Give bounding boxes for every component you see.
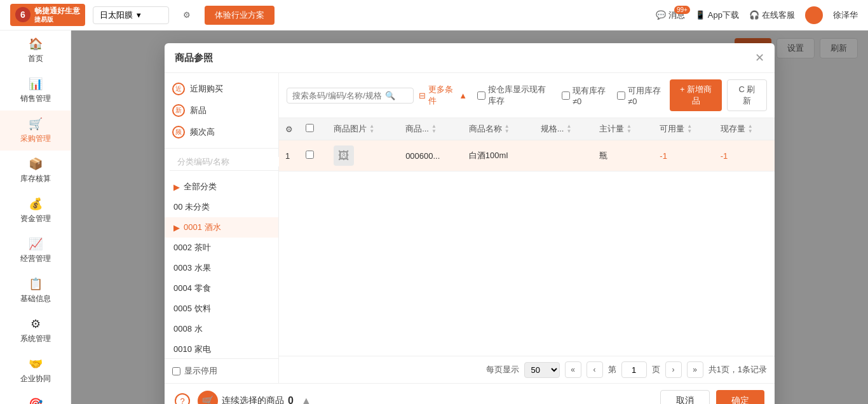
td-name: 白酒100ml <box>463 140 534 172</box>
more-filter-button[interactable]: ⊟ 更多条件 ▲ <box>419 84 467 107</box>
sidebar-label-system: 系统管理 <box>20 333 51 344</box>
cat-item-snack[interactable]: 0004 零食 <box>165 278 278 299</box>
check-stock-not-zero[interactable]: 现有库存≠0 <box>562 85 609 106</box>
footer-buttons: 取消 确定 <box>660 390 764 404</box>
filter-checkboxes: 按仓库显示现有库存 现有库存≠0 可用库存≠0 <box>477 84 665 107</box>
quick-btn-recent[interactable]: 近 近期购买 <box>165 78 278 100</box>
confirm-button[interactable]: 确定 <box>716 390 764 404</box>
trial-button[interactable]: 体验行业方案 <box>205 6 275 25</box>
help-button[interactable]: ? <box>175 393 190 404</box>
quick-label-recent: 近期购买 <box>190 83 223 95</box>
sort-stock[interactable]: 现存量 ▲▼ <box>721 123 768 135</box>
message-icon: 💬 <box>656 10 666 20</box>
gear-button[interactable]: ⚙ <box>177 5 197 25</box>
quick-btn-new[interactable]: 新 新品 <box>165 100 278 121</box>
td-image: 🖼 <box>327 140 399 172</box>
messages-button[interactable]: 💬 消息 99+ <box>656 10 685 21</box>
topbar: 6 畅捷通好生意 捷易版 日太阳膜 ▾ ⚙ 体验行业方案 💬 消息 99+ 📱 … <box>0 0 868 30</box>
more-filter-label: 更多条件 <box>428 84 456 107</box>
sidebar-item-system[interactable]: ⚙ 系统管理 <box>0 311 71 351</box>
sort-arrows-stock: ▲▼ <box>748 124 753 134</box>
cart-area: 🛒 连续选择的商品 0 <box>198 391 294 404</box>
cancel-button[interactable]: 取消 <box>660 390 710 404</box>
sidebar-label-basic-info: 基础信息 <box>20 293 51 304</box>
cat-item-unclassified[interactable]: 00 未分类 <box>165 197 278 217</box>
check-usable-not-zero-input[interactable] <box>617 91 625 100</box>
sidebar-item-finance[interactable]: 💰 资金管理 <box>0 191 71 231</box>
sort-unit[interactable]: 主计量 ▲▼ <box>599 123 647 135</box>
table-header-row: ⚙ 商品图片 ▲▼ <box>279 118 775 140</box>
sidebar-item-corp[interactable]: 🤝 企业协同 <box>0 351 71 391</box>
product-search-input[interactable] <box>292 91 381 100</box>
sort-code[interactable]: 商品... ▲▼ <box>405 123 456 135</box>
sidebar-item-operations[interactable]: 📈 经营管理 <box>0 231 71 271</box>
show-disabled-checkbox[interactable]: 显示停用 <box>165 358 278 383</box>
check-by-warehouse[interactable]: 按仓库显示现有库存 <box>477 84 554 107</box>
online-service-button[interactable]: 🎧 在线客服 <box>749 10 795 21</box>
table-row[interactable]: 1 🖼 000600... 白酒100ml <box>279 140 775 172</box>
next-page-button[interactable]: › <box>665 361 682 378</box>
th-checkbox <box>299 118 327 140</box>
th-name: 商品名称 ▲▼ <box>463 118 534 140</box>
last-page-button[interactable]: » <box>687 361 703 378</box>
sort-spec[interactable]: 规格... ▲▼ <box>541 123 587 135</box>
quick-btn-frequent[interactable]: 频 频次高 <box>165 121 278 143</box>
app-download-label: App下载 <box>708 10 739 21</box>
check-usable-not-zero[interactable]: 可用库存≠0 <box>617 85 665 106</box>
footer-collapse-button[interactable]: ▲ <box>301 395 311 404</box>
phone-icon: 📱 <box>695 10 705 20</box>
frequent-icon: 频 <box>172 126 185 138</box>
refresh-product-button[interactable]: C 刷新 <box>727 79 767 111</box>
filter-bar: 🔍 ⊟ 更多条件 ▲ 按仓库显示现有库存 <box>279 73 775 118</box>
disabled-checkbox[interactable] <box>172 367 180 375</box>
table-settings-icon[interactable]: ⚙ <box>285 125 293 134</box>
sidebar-item-home[interactable]: 🏠 首页 <box>0 30 71 71</box>
add-product-button[interactable]: + 新增商品 <box>670 79 722 111</box>
sort-image[interactable]: 商品图片 ▲▼ <box>334 123 393 135</box>
cat-item-fruit[interactable]: 0003 水果 <box>165 258 278 278</box>
page-label: 第 <box>608 364 616 375</box>
th-usable: 可用量 ▲▼ <box>653 118 714 140</box>
page-number-input[interactable] <box>621 361 647 378</box>
cart-count: 0 <box>288 395 294 404</box>
cat-label-fruit: 0003 水果 <box>173 262 211 274</box>
cat-item-all[interactable]: ▶ 全部分类 <box>165 177 278 197</box>
first-page-button[interactable]: « <box>565 361 581 378</box>
content-panel: 🔍 ⊟ 更多条件 ▲ 按仓库显示现有库存 <box>279 73 775 383</box>
product-search-icon[interactable]: 🔍 <box>385 91 395 100</box>
sort-name[interactable]: 商品名称 ▲▼ <box>469 123 528 135</box>
category-search-input[interactable] <box>177 157 284 166</box>
sidebar-item-sales[interactable]: 📊 销售管理 <box>0 71 71 111</box>
sidebar-item-purchase[interactable]: 🛒 采购管理 <box>0 111 71 151</box>
check-by-warehouse-input[interactable] <box>477 91 485 100</box>
category-panel: 近 近期购买 新 新品 频 频次高 <box>165 73 279 383</box>
sidebar-item-guide[interactable]: 🎯 新手引导 <box>0 391 71 404</box>
quick-label-new: 新品 <box>190 105 207 116</box>
filter-chevron-icon: ▲ <box>459 91 467 100</box>
cat-label-all: 全部分类 <box>184 181 217 192</box>
check-stock-not-zero-input[interactable] <box>562 91 570 100</box>
modal-title: 商品参照 <box>175 52 213 64</box>
sort-usable[interactable]: 可用量 ▲▼ <box>660 123 707 135</box>
cat-item-beverage[interactable]: 0005 饮料 <box>165 299 278 319</box>
cat-label-water: 0008 水 <box>173 323 203 335</box>
app-download-button[interactable]: 📱 App下载 <box>695 10 739 21</box>
prev-page-button[interactable]: ‹ <box>587 361 603 378</box>
row-checkbox-1[interactable] <box>306 151 314 159</box>
page-size-label: 每页显示 <box>486 364 519 375</box>
modal-close-button[interactable]: ✕ <box>755 51 764 65</box>
store-selector[interactable]: 日太阳膜 ▾ <box>93 6 169 24</box>
cat-item-water[interactable]: 0008 水 <box>165 319 278 339</box>
cat-item-liquor[interactable]: ▶ 0001 酒水 <box>165 217 278 238</box>
cat-item-appliance[interactable]: 0010 家电 <box>165 339 278 358</box>
cart-icon[interactable]: 🛒 <box>198 391 218 404</box>
cat-item-tea[interactable]: 0002 茶叶 <box>165 238 278 258</box>
product-thumbnail: 🖼 <box>334 145 354 166</box>
main-layout: 🏠 首页 📊 销售管理 🛒 采购管理 📦 库存核算 💰 资金管理 📈 经营管理 … <box>0 30 868 404</box>
select-all-checkbox[interactable] <box>306 124 314 132</box>
page-size-select[interactable]: 10 20 50 100 <box>524 362 560 378</box>
sidebar-item-inventory[interactable]: 📦 库存核算 <box>0 151 71 191</box>
product-modal: 商品参照 ✕ 近 近期购买 新 新 <box>165 43 775 404</box>
online-service-label: 在线客服 <box>762 10 795 21</box>
sidebar-item-basic-info[interactable]: 📋 基础信息 <box>0 271 71 311</box>
